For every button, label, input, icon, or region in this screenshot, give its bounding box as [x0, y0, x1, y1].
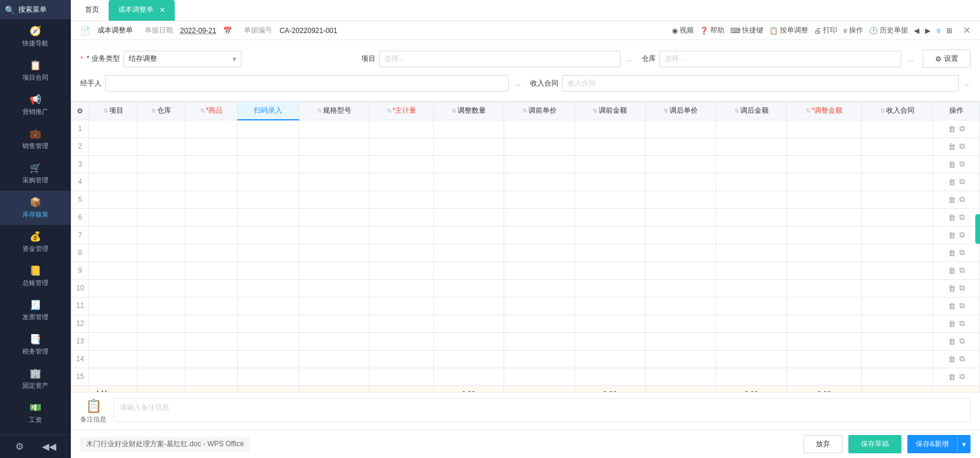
delete-row-icon-4[interactable]: 🗑 [948, 178, 956, 187]
handler-input[interactable] [105, 75, 509, 91]
operation-btn[interactable]: ≡ 操作 [843, 25, 863, 35]
copy-row-icon-14[interactable]: ⧉ [959, 354, 965, 364]
delete-row-icon-6[interactable]: 🗑 [948, 213, 956, 222]
note-icon-area[interactable]: 📋 备注信息 [80, 398, 106, 424]
copy-row-icon-13[interactable]: ⧉ [959, 336, 965, 346]
cell-actions-8[interactable]: 🗑 ⧉ [933, 244, 980, 261]
copy-row-icon-3[interactable]: ⧉ [959, 159, 965, 169]
cell-actions-9[interactable]: 🗑 ⧉ [933, 261, 980, 279]
settings-col-icon[interactable]: ⚙ [77, 107, 83, 115]
delete-row-icon-13[interactable]: 🗑 [948, 337, 956, 346]
copy-row-icon-5[interactable]: ⧉ [959, 195, 965, 204]
calendar-icon[interactable]: 📅 [223, 27, 232, 35]
tab-home[interactable]: 首页 [76, 0, 109, 21]
income-contract-dots[interactable]: ... [965, 79, 971, 87]
cell-actions-10[interactable]: 🗑 ⧉ [933, 279, 980, 297]
cell-actions-12[interactable]: 🗑 ⧉ [933, 315, 980, 332]
project-input[interactable]: 选择... [379, 51, 621, 67]
sidebar-item-sales-promo[interactable]: 📢 营销推广 [0, 88, 71, 122]
cell-actions-3[interactable]: 🗑 ⧉ [933, 155, 980, 173]
review-btn[interactable]: 📋 按单调整 [769, 25, 808, 35]
subtotal-after_price [645, 385, 716, 392]
warehouse-input[interactable]: 选择... [659, 51, 901, 67]
copy-row-icon-10[interactable]: ⧉ [959, 283, 965, 293]
cell-actions-5[interactable]: 🗑 ⧉ [933, 191, 980, 208]
copy-row-icon-12[interactable]: ⧉ [959, 319, 965, 328]
cell-after_price-11 [645, 297, 716, 315]
sidebar-item-invoice[interactable]: 🧾 发票管理 [0, 293, 71, 328]
copy-row-icon-1[interactable]: ⧉ [959, 124, 965, 133]
delete-row-icon-11[interactable]: 🗑 [948, 302, 956, 310]
discard-btn[interactable]: 放弃 [803, 435, 842, 453]
tab-close-icon[interactable]: ✕ [159, 6, 165, 14]
cell-actions-6[interactable]: 🗑 ⧉ [933, 208, 980, 226]
delete-row-icon-8[interactable]: 🗑 [948, 248, 956, 257]
cell-actions-4[interactable]: 🗑 ⧉ [933, 173, 980, 191]
cell-actions-1[interactable]: 🗑 ⧉ [933, 120, 980, 138]
save-new-main-btn[interactable]: 保存&新增 [907, 436, 957, 453]
copy-row-icon-9[interactable]: ⧉ [959, 266, 965, 275]
cell-actions-2[interactable]: 🗑 ⧉ [933, 138, 980, 155]
delete-row-icon-9[interactable]: 🗑 [948, 266, 956, 275]
sidebar-item-finance[interactable]: 💰 资金管理 [0, 225, 71, 259]
sidebar-item-fixed-assets[interactable]: 🏢 固定资产 [0, 362, 71, 396]
sidebar-item-purchase-mgmt[interactable]: 🛒 采购管理 [0, 156, 71, 191]
nav-prev-btn[interactable]: ◀ [914, 27, 919, 35]
sidebar-search[interactable]: 🔍 搜索菜单 [0, 0, 71, 19]
copy-row-icon-6[interactable]: ⧉ [959, 212, 965, 222]
tab-cost-adjust[interactable]: 成本调整单 ✕ [109, 0, 175, 21]
shortcut-btn[interactable]: ⌨ 快捷键 [730, 25, 763, 35]
delete-row-icon-15[interactable]: 🗑 [948, 372, 956, 381]
copy-row-icon-8[interactable]: ⧉ [959, 248, 965, 257]
cell-actions-15[interactable]: 🗑 ⧉ [933, 368, 980, 385]
print-btn[interactable]: 🖨 打印 [814, 25, 837, 35]
sidebar-item-ops-mgmt[interactable]: 📊 经营管理 [0, 430, 71, 434]
sidebar-item-sales-mgmt[interactable]: 💼 销售管理 [0, 122, 71, 156]
income-contract-input[interactable]: 收入合同 [562, 75, 959, 91]
cell-actions-14[interactable]: 🗑 ⧉ [933, 350, 980, 368]
sidebar-item-quick-nav[interactable]: 🧭 快捷导航 [0, 19, 71, 54]
sidebar-item-tax[interactable]: 📑 税务管理 [0, 328, 71, 362]
save-new-arrow-btn[interactable]: ▾ [957, 437, 971, 452]
sidebar-item-ledger[interactable]: 📒 总账管理 [0, 259, 71, 293]
nav-next-btn[interactable]: ▶ [925, 27, 930, 35]
delete-row-icon-14[interactable]: 🗑 [948, 355, 956, 364]
card-view-btn[interactable]: ⊞ [946, 27, 952, 35]
copy-row-icon-2[interactable]: ⧉ [959, 142, 965, 151]
delete-row-icon-12[interactable]: 🗑 [948, 319, 956, 328]
history-btn[interactable]: 🕐 历史单据 [869, 25, 908, 35]
date-value[interactable]: 2022-09-21 [180, 27, 216, 35]
delete-row-icon-10[interactable]: 🗑 [948, 284, 956, 293]
note-input[interactable]: 请输入备注信息 [113, 398, 971, 422]
copy-row-icon-15[interactable]: ⧉ [959, 372, 965, 381]
warehouse-dots[interactable]: ... [907, 55, 913, 63]
copy-row-icon-11[interactable]: ⧉ [959, 301, 965, 310]
delete-row-icon-3[interactable]: 🗑 [948, 160, 956, 169]
save-draft-btn[interactable]: 保存草稿 [848, 435, 901, 453]
cell-actions-11[interactable]: 🗑 ⧉ [933, 297, 980, 315]
project-dots[interactable]: ... [626, 55, 632, 63]
col-header-scan[interactable]: 扫码录入 [238, 102, 299, 120]
delete-row-icon-2[interactable]: 🗑 [948, 142, 956, 151]
delete-row-icon-5[interactable]: 🗑 [948, 195, 956, 204]
copy-row-icon-4[interactable]: ⧉ [959, 177, 965, 187]
settings-icon[interactable]: ⚙ [15, 441, 24, 452]
copy-row-icon-7[interactable]: ⧉ [959, 230, 965, 240]
help-btn[interactable]: ❓ 帮助 [700, 25, 724, 35]
preview-btn[interactable]: ◉ 视频 [672, 25, 694, 35]
sidebar-item-inventory[interactable]: 📦 库存核算 [0, 191, 71, 225]
window-close-btn[interactable]: ✕ [963, 25, 971, 36]
cell-actions-7[interactable]: 🗑 ⧉ [933, 226, 980, 244]
collapse-icon[interactable]: ◀◀ [42, 441, 56, 452]
sidebar-item-payroll[interactable]: 💵 工资 [0, 396, 71, 430]
biz-type-select[interactable]: 结存调整 ▾ [123, 51, 241, 67]
delete-row-icon-7[interactable]: 🗑 [948, 231, 956, 240]
cell-actions-13[interactable]: 🗑 ⧉ [933, 332, 980, 350]
sidebar-item-project-contract[interactable]: 📋 项目合同 [0, 54, 71, 88]
right-side-indicator[interactable] [975, 214, 980, 244]
delete-row-icon-1[interactable]: 🗑 [948, 125, 956, 133]
handler-dots[interactable]: ... [515, 79, 521, 87]
settings-btn[interactable]: ⚙ 设置 [923, 50, 971, 68]
table-container[interactable]: ⚙⇅项目⇅仓库⇅*商品扫码录入⇅规格型号⇅*主计量⇅调整数量⇅调前单价⇅调前金额… [71, 102, 980, 392]
list-view-btn[interactable]: ≡ [936, 27, 940, 35]
